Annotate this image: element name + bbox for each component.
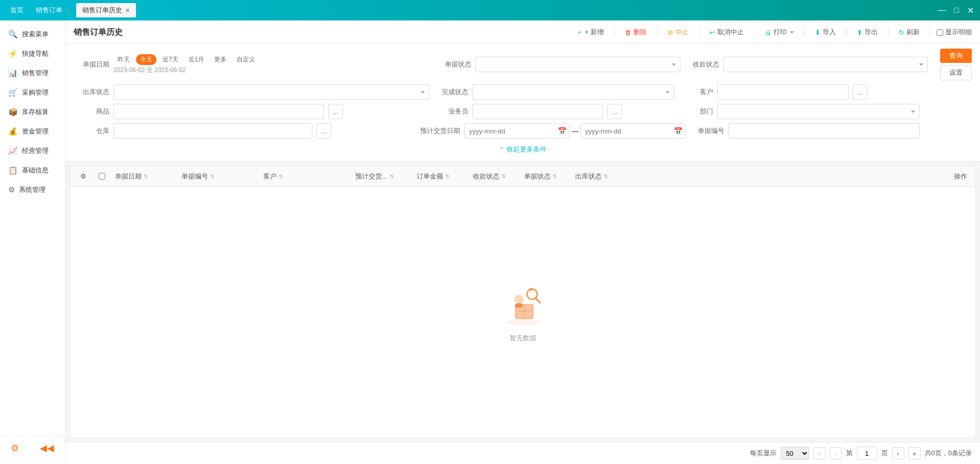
close-button[interactable]: ✕ bbox=[965, 5, 976, 16]
page-number-input[interactable] bbox=[857, 447, 877, 460]
date-btn-today[interactable]: 今天 bbox=[136, 54, 156, 65]
warehouse-ellipsis-button[interactable]: ... bbox=[316, 123, 331, 139]
next-page-button[interactable]: › bbox=[892, 447, 904, 459]
cancel-stop-button[interactable]: ↩ 取消中止 bbox=[705, 26, 748, 39]
prev-page-button[interactable]: ‹ bbox=[830, 447, 842, 459]
th-deliver[interactable]: 预计交货... ⇅ bbox=[351, 172, 413, 181]
department-select[interactable] bbox=[717, 104, 920, 119]
customer-input[interactable] bbox=[717, 84, 849, 100]
import-button[interactable]: ⬇ 导入 bbox=[811, 26, 840, 39]
completion-select[interactable] bbox=[472, 84, 675, 100]
date-btn-7days[interactable]: 近7天 bbox=[158, 54, 183, 65]
print-icon: 🖨 bbox=[765, 29, 771, 36]
new-icon: ＋ bbox=[576, 28, 583, 37]
sidebar-item-search-menu[interactable]: 🔍 搜索菜单 bbox=[0, 25, 65, 44]
sidebar-item-system-mgmt[interactable]: ⚙ 系统管理 bbox=[0, 180, 65, 200]
filter-row-4: 仓库 ... 预计交货日期 📅 — 📅 bbox=[74, 123, 972, 139]
last-page-button[interactable]: » bbox=[908, 447, 921, 459]
department-label: 部门 bbox=[682, 107, 713, 116]
out-status-select[interactable] bbox=[113, 84, 429, 100]
content-area: 销售订单历史 ＋ + 新增 🗑 删除 ⊘ 中止 ↩ bbox=[65, 20, 980, 464]
tab-sales-order-history-close[interactable]: ✕ bbox=[125, 7, 130, 14]
pay-status-select[interactable] bbox=[723, 57, 928, 72]
customer-ellipsis-button[interactable]: ... bbox=[853, 84, 868, 100]
date-btn-1month[interactable]: 近1月 bbox=[185, 54, 209, 65]
filter-date-item: 单据日期 昨天 今天 近7天 近1月 更多 自定义 2023-06-02 至 2… bbox=[74, 54, 432, 75]
sidebar-collapse-button[interactable]: ◀◀ bbox=[38, 440, 56, 456]
delivery-date-start-input[interactable] bbox=[464, 123, 569, 139]
sidebar-settings-button[interactable]: ⚙ bbox=[9, 440, 21, 456]
th-check[interactable] bbox=[93, 173, 111, 180]
sidebar-bottom: ⚙ ◀◀ bbox=[0, 436, 65, 460]
out-sort-icon: ⇅ bbox=[604, 173, 608, 179]
filter-order-num-item: 单据编号 bbox=[694, 123, 920, 139]
sidebar-item-inventory[interactable]: 📦 库存核算 bbox=[0, 102, 65, 122]
date-btn-custom[interactable]: 自定义 bbox=[233, 54, 259, 65]
date-btn-more[interactable]: 更多 bbox=[210, 54, 231, 65]
th-date[interactable]: 单据日期 ⇅ bbox=[111, 172, 177, 181]
order-num-input[interactable] bbox=[728, 123, 920, 139]
stop-button[interactable]: ⊘ 中止 bbox=[664, 26, 693, 39]
tab-home-label: 首页 bbox=[10, 6, 24, 15]
pay-status-chevron-icon bbox=[919, 63, 923, 66]
display-detail-checkbox[interactable] bbox=[937, 29, 943, 36]
th-customer[interactable]: 客户 ⇅ bbox=[259, 172, 351, 181]
sidebar-item-finance[interactable]: 💰 资金管理 bbox=[0, 122, 65, 141]
empty-illustration: ? bbox=[497, 281, 549, 327]
toolbar-divider-6 bbox=[846, 28, 847, 36]
table-area: ⚙ 单据日期 ⇅ 单据编号 ⇅ 客户 ⇅ 预计交货... bbox=[70, 166, 976, 438]
th-gear[interactable]: ⚙ bbox=[74, 172, 93, 180]
delivery-date-end-input[interactable] bbox=[580, 123, 686, 139]
customer-sort-icon: ⇅ bbox=[279, 173, 283, 179]
select-all-checkbox[interactable] bbox=[99, 173, 105, 180]
sidebar-item-inventory-label: 库存核算 bbox=[22, 107, 49, 117]
total-info: 共0页，0条记录 bbox=[925, 449, 972, 458]
print-button[interactable]: 🖨 打印 bbox=[761, 26, 798, 39]
sidebar-item-sales-mgmt[interactable]: 📊 销售管理 bbox=[0, 63, 65, 83]
first-page-button[interactable]: « bbox=[813, 447, 826, 459]
refresh-button[interactable]: ↻ 刷新 bbox=[895, 26, 924, 39]
out-status-label: 出库状态 bbox=[74, 87, 109, 97]
tab-home[interactable]: 首页 bbox=[4, 3, 30, 17]
sidebar-item-quick-nav-label: 快捷导航 bbox=[22, 49, 49, 58]
salesman-input[interactable] bbox=[472, 104, 604, 119]
minimize-button[interactable]: — bbox=[936, 5, 948, 16]
sidebar-item-purchase-mgmt[interactable]: 🛒 采购管理 bbox=[0, 83, 65, 102]
order-status-select[interactable] bbox=[475, 57, 680, 72]
svg-line-7 bbox=[536, 298, 540, 303]
collapse-button[interactable]: ⌃ 收起更多条件 bbox=[74, 143, 972, 156]
tab-sales-order-history[interactable]: 销售订单历史 ✕ bbox=[76, 3, 136, 17]
customer-label: 客户 bbox=[682, 87, 713, 97]
new-button[interactable]: ＋ + 新增 bbox=[572, 26, 608, 39]
th-pay-status[interactable]: 收款状态 ⇅ bbox=[469, 172, 520, 181]
goods-input[interactable] bbox=[113, 104, 324, 119]
per-page-select[interactable]: 50 10 20 100 bbox=[781, 447, 809, 460]
pagination: 每页显示 50 10 20 100 « ‹ 第 页 › » 共0页，0条记录 bbox=[65, 442, 980, 464]
maximize-button[interactable]: □ bbox=[952, 5, 961, 16]
th-num[interactable]: 单据编号 ⇅ bbox=[177, 172, 259, 181]
filter-settings-button[interactable]: 设置 bbox=[940, 65, 972, 80]
export-button[interactable]: ⬆ 导出 bbox=[853, 26, 882, 39]
tab-sales-order-close[interactable]: ✕ bbox=[65, 7, 70, 14]
empty-state: ? 暂无数据 bbox=[70, 187, 975, 437]
goods-label: 商品 bbox=[74, 107, 109, 116]
th-out-status[interactable]: 出库状态 ⇅ bbox=[571, 172, 622, 181]
tab-sales-order[interactable]: 销售订单 ✕ bbox=[30, 3, 76, 17]
query-button[interactable]: 查询 bbox=[940, 49, 972, 63]
warehouse-input[interactable] bbox=[113, 123, 312, 139]
sidebar-item-quick-nav[interactable]: ⚡ 快捷导航 bbox=[0, 44, 65, 63]
filter-row-2: 出库状态 完成状态 客户 ... bbox=[74, 84, 972, 100]
filter-warehouse-item: 仓库 ... bbox=[74, 123, 412, 139]
display-detail-checkbox-label[interactable]: 显示明细 bbox=[937, 28, 972, 37]
sidebar-item-operations[interactable]: 📈 经营管理 bbox=[0, 141, 65, 161]
sidebar-item-base-info[interactable]: 📋 基础信息 bbox=[0, 161, 65, 180]
date-btn-yesterday[interactable]: 昨天 bbox=[113, 54, 134, 65]
delete-button[interactable]: 🗑 删除 bbox=[621, 26, 651, 39]
filter-row-1: 单据日期 昨天 今天 近7天 近1月 更多 自定义 2023-06-02 至 2… bbox=[74, 49, 972, 80]
th-order-status[interactable]: 单据状态 ⇅ bbox=[520, 172, 571, 181]
th-amount[interactable]: 订单金额 ⇅ bbox=[413, 172, 469, 181]
tab-sales-order-history-label: 销售订单历史 bbox=[82, 6, 122, 15]
salesman-ellipsis-button[interactable]: ... bbox=[607, 104, 622, 119]
goods-ellipsis-button[interactable]: ... bbox=[328, 104, 343, 119]
finance-icon: 💰 bbox=[8, 127, 18, 136]
